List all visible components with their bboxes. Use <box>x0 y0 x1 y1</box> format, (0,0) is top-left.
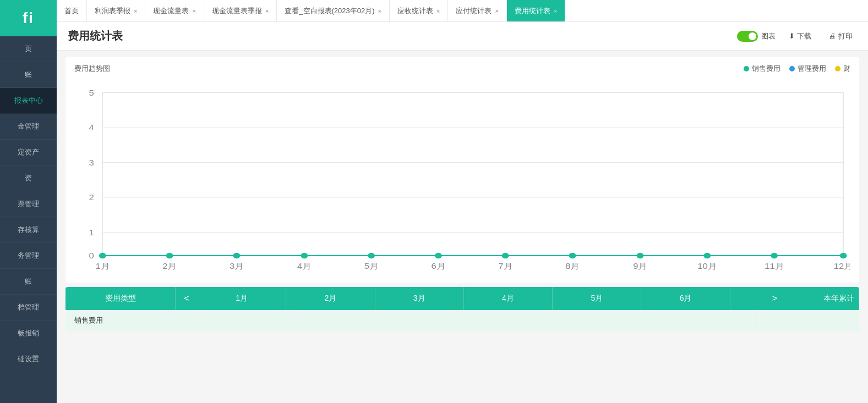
tab-home[interactable]: 首页 <box>57 0 87 21</box>
chart-container: 5 4 3 2 1 0 <box>74 78 850 276</box>
svg-point-15 <box>233 253 240 259</box>
sidebar-item-stock[interactable]: 存核算 <box>0 217 57 243</box>
svg-point-21 <box>637 253 644 259</box>
svg-text:4月: 4月 <box>297 262 312 270</box>
svg-text:5: 5 <box>89 89 94 97</box>
tab-close-cashflow-quarterly[interactable]: × <box>265 8 269 14</box>
tab-close-profit-quarterly[interactable]: × <box>134 8 137 14</box>
sidebar-item-investment[interactable]: 资 <box>0 165 57 191</box>
legend-finance: 财 <box>835 64 850 74</box>
legend-admin: 管理费用 <box>789 64 826 74</box>
svg-point-20 <box>569 253 576 259</box>
tab-cashflow-quarterly[interactable]: 现金流量表季报 × <box>204 0 277 21</box>
sidebar-item-service[interactable]: 务管理 <box>0 243 57 269</box>
svg-text:2月: 2月 <box>162 262 177 270</box>
tab-close-payable[interactable]: × <box>495 8 498 14</box>
svg-text:7月: 7月 <box>498 262 512 270</box>
row-may <box>570 310 663 331</box>
chart-title: 费用趋势图 <box>74 64 110 74</box>
tab-profit-quarterly[interactable]: 利润表季报 × <box>87 0 145 21</box>
sidebar-item-expense[interactable]: 畅报销 <box>0 321 57 346</box>
col-type: 费用类型 <box>65 287 176 310</box>
svg-text:1: 1 <box>89 228 94 236</box>
svg-text:11月: 11月 <box>765 262 784 270</box>
sidebar-item-fixed-asset[interactable]: 定资产 <box>0 140 57 165</box>
chart-section: 费用趋势图 销售费用 管理费用 财 <box>65 57 859 283</box>
tab-payable[interactable]: 应付统计表 × <box>448 0 506 21</box>
row-feb <box>291 310 384 331</box>
svg-text:4: 4 <box>89 124 95 132</box>
row-nav-placeholder <box>176 310 198 331</box>
tab-blank-report[interactable]: 查看_空白报表(2023年02月) × <box>277 0 390 21</box>
svg-point-22 <box>703 253 711 259</box>
svg-point-14 <box>166 253 173 259</box>
tab-expense-stat[interactable]: 费用统计表 × <box>507 0 565 21</box>
svg-text:9月: 9月 <box>633 262 647 270</box>
svg-point-23 <box>771 253 778 259</box>
col-feb: 2月 <box>286 287 375 310</box>
chart-legend: 销售费用 管理费用 财 <box>744 64 850 74</box>
chart-header: 费用趋势图 销售费用 管理费用 财 <box>74 64 850 74</box>
tab-close-blank-report[interactable]: × <box>378 8 381 14</box>
table-body: 销售费用 <box>65 310 859 332</box>
col-jan: 1月 <box>198 287 286 310</box>
svg-text:3月: 3月 <box>230 262 244 270</box>
svg-point-17 <box>368 253 375 259</box>
chart-svg: 5 4 3 2 1 0 <box>74 78 850 276</box>
tab-close-expense-stat[interactable]: × <box>554 8 557 14</box>
row-type-sales: 销售费用 <box>65 310 176 331</box>
sidebar-item-fund[interactable]: 金管理 <box>0 114 57 140</box>
svg-point-16 <box>301 253 308 259</box>
content-area: 费用统计表 图表 ⬇ 下载 🖨 打印 费用趋势图 <box>57 22 868 403</box>
chart-toggle[interactable] <box>737 31 758 42</box>
print-button[interactable]: 🖨 打印 <box>825 29 857 43</box>
col-may: 5月 <box>553 287 641 310</box>
sidebar-item-home[interactable]: 页 <box>0 36 57 62</box>
main-area: 首页 利润表季报 × 现金流量表 × 现金流量表季报 × 查看_空白报表(202… <box>57 0 868 403</box>
col-apr: 4月 <box>464 287 553 310</box>
svg-point-13 <box>99 253 106 259</box>
svg-text:1月: 1月 <box>95 262 110 270</box>
tab-receivable[interactable]: 应收统计表 × <box>390 0 448 21</box>
nav-next-button[interactable]: > <box>730 287 819 310</box>
tab-bar: 首页 利润表季报 × 现金流量表 × 现金流量表季报 × 查看_空白报表(202… <box>57 0 868 22</box>
svg-text:5月: 5月 <box>364 262 379 270</box>
chart-toggle-wrap: 图表 <box>737 31 776 42</box>
header-actions: 图表 ⬇ 下载 🖨 打印 <box>737 29 857 43</box>
sidebar-item-ledger[interactable]: 账 <box>0 269 57 295</box>
svg-text:8月: 8月 <box>565 262 580 270</box>
sidebar-item-settings[interactable]: 础设置 <box>0 346 57 372</box>
print-icon: 🖨 <box>829 32 836 40</box>
sidebar-item-invoice[interactable]: 票管理 <box>0 191 57 217</box>
app-logo: fi <box>0 0 57 36</box>
svg-point-24 <box>840 253 847 259</box>
tab-cashflow[interactable]: 现金流量表 × <box>145 0 204 21</box>
table-section: 费用类型 < 1月 2月 3月 4月 5月 6月 > 本年累计 销售费用 <box>65 287 859 332</box>
sidebar-item-report[interactable]: 报表中心 <box>0 88 57 114</box>
legend-dot-admin <box>789 66 795 71</box>
legend-dot-sales <box>744 66 749 71</box>
sidebar-item-file[interactable]: 档管理 <box>0 295 57 321</box>
page-title: 费用统计表 <box>68 29 123 43</box>
download-button[interactable]: ⬇ 下载 <box>784 29 816 43</box>
row-apr <box>477 310 570 331</box>
legend-sales: 销售费用 <box>744 64 780 74</box>
legend-dot-finance <box>835 66 840 71</box>
col-jun: 6月 <box>641 287 730 310</box>
tab-close-receivable[interactable]: × <box>436 8 440 14</box>
svg-text:10月: 10月 <box>697 262 717 270</box>
sidebar-item-account[interactable]: 账 <box>0 62 57 88</box>
svg-rect-12 <box>102 92 843 255</box>
row-mar <box>384 310 477 331</box>
table-row: 销售费用 <box>65 310 859 332</box>
svg-text:2: 2 <box>89 194 94 202</box>
tab-close-cashflow[interactable]: × <box>192 8 195 14</box>
col-ytd: 本年累计 <box>819 287 859 310</box>
row-nav-placeholder2 <box>757 310 850 331</box>
svg-text:12月: 12月 <box>834 262 850 270</box>
row-jan <box>198 310 291 331</box>
nav-prev-button[interactable]: < <box>176 287 198 310</box>
row-jun <box>663 310 756 331</box>
download-icon: ⬇ <box>789 32 795 40</box>
col-mar: 3月 <box>375 287 464 310</box>
